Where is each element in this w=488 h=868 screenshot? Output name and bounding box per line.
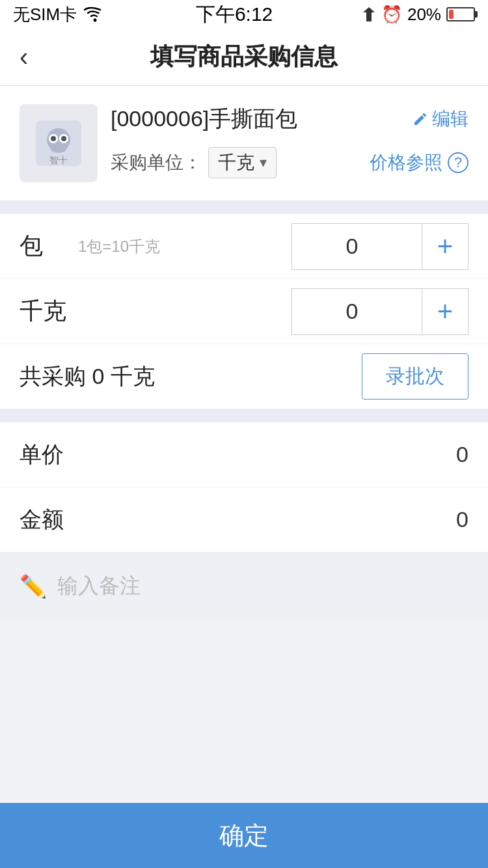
kg-input[interactable] [291, 288, 422, 335]
product-image: 智十 [20, 104, 98, 182]
product-header: [0000006]手撕面包 编辑 [111, 104, 468, 134]
amount-row: 金额 0 [0, 487, 488, 552]
confirm-button[interactable]: 确定 [0, 803, 488, 868]
divider-1 [0, 201, 488, 214]
product-card: 智十 [0000006]手撕面包 编辑 采购单位： 千克 ▾ [0, 86, 488, 201]
price-ref-label: 价格参照 [370, 150, 442, 175]
back-button[interactable]: ‹ [20, 42, 28, 72]
bag-label: 包 [20, 230, 72, 262]
svg-point-6 [61, 136, 66, 141]
status-right: ⏰ 20% [362, 5, 475, 25]
unit-price-row: 单价 0 [0, 422, 488, 487]
alarm-icon: ⏰ [381, 5, 402, 25]
bag-row: 包 1包=10千克 + [0, 214, 488, 279]
battery-icon [446, 7, 475, 21]
nav-bar: ‹ 填写商品采购信息 [0, 29, 488, 86]
product-name: [0000006]手撕面包 [111, 104, 297, 134]
total-row: 共采购 0 千克 录批次 [0, 344, 488, 409]
divider-2 [0, 409, 488, 422]
total-text: 共采购 0 千克 [20, 362, 155, 392]
kg-label: 千克 [20, 295, 72, 327]
bag-plus-button[interactable]: + [422, 223, 468, 270]
bag-input-wrap: + [291, 223, 468, 270]
wifi-icon [83, 5, 107, 23]
unit-row: 采购单位： 千克 ▾ 价格参照 ? [111, 147, 468, 178]
kg-input-wrap: + [291, 288, 468, 335]
record-batch-button[interactable]: 录批次 [362, 353, 468, 400]
unit-select[interactable]: 千克 ▾ [208, 147, 277, 178]
product-info: [0000006]手撕面包 编辑 采购单位： 千克 ▾ 价格 [111, 104, 468, 178]
chevron-down-icon: ▾ [260, 154, 267, 171]
input-section: 包 1包=10千克 + 千克 + 共采购 0 千克 录批次 [0, 214, 488, 409]
svg-point-7 [51, 145, 66, 153]
location-icon [362, 6, 376, 23]
price-ref-button[interactable]: 价格参照 ? [370, 150, 468, 175]
edit-label: 编辑 [432, 107, 468, 131]
pencil-icon: ✏️ [20, 573, 47, 599]
page-title: 填写商品采购信息 [150, 41, 338, 73]
question-icon: ? [448, 152, 468, 173]
kg-row: 千克 + [0, 279, 488, 344]
unit-price-label: 单价 [20, 440, 64, 470]
unit-label: 采购单位： [111, 150, 202, 175]
unit-price-value: 0 [456, 442, 468, 467]
unit-value: 千克 [218, 150, 254, 175]
info-section: 单价 0 金额 0 [0, 422, 488, 552]
amount-value: 0 [456, 507, 468, 532]
bag-sub-label: 1包=10千克 [78, 236, 291, 257]
svg-point-0 [94, 19, 97, 22]
status-bar: 无SIM卡 下午6:12 ⏰ 20% [0, 0, 488, 29]
product-logo: 智十 [36, 120, 81, 166]
battery-percent: 20% [407, 5, 441, 25]
svg-point-5 [51, 136, 56, 141]
carrier-text: 无SIM卡 [13, 3, 77, 26]
kg-plus-button[interactable]: + [422, 288, 468, 335]
status-left: 无SIM卡 [13, 3, 107, 26]
edit-button[interactable]: 编辑 [413, 107, 468, 131]
edit-icon [413, 111, 428, 127]
svg-text:智十: 智十 [49, 155, 68, 165]
status-time: 下午6:12 [196, 1, 273, 28]
empty-space [0, 620, 488, 815]
amount-label: 金额 [20, 505, 64, 535]
bag-input[interactable] [291, 223, 422, 270]
remark-section[interactable]: ✏️ 输入备注 [0, 552, 488, 620]
remark-placeholder: 输入备注 [57, 572, 141, 601]
